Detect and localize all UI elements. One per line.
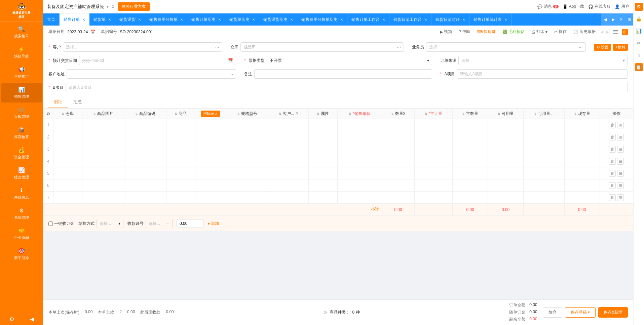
table-cell[interactable] [226, 179, 268, 192]
table-cell[interactable] [166, 167, 195, 179]
table-cell[interactable] [195, 143, 226, 155]
sidebar-item-marketing[interactable]: 📢 营销推广 [1, 63, 42, 82]
table-cell[interactable] [382, 131, 415, 143]
right-panel-btn-2[interactable]: 🔒 [635, 15, 643, 23]
table-cell[interactable] [452, 179, 488, 192]
tab-close-icon[interactable]: ✕ [252, 18, 255, 22]
table-cell[interactable] [308, 167, 337, 179]
table-cell[interactable] [452, 131, 488, 143]
th-customer-code[interactable]: ⇅ 客户... ? [268, 109, 309, 119]
shortcut-btn[interactable]: ⌨ 快捷键 [475, 28, 498, 35]
tab-next-btn[interactable]: ▶ [609, 13, 617, 26]
tab-close-all-btn[interactable]: ✕ [617, 13, 625, 26]
table-cell[interactable] [564, 143, 600, 155]
table-cell[interactable] [523, 143, 564, 155]
th-qty2[interactable]: ⇅ 数量2 [382, 109, 415, 119]
table-cell[interactable] [226, 119, 268, 131]
table-cell[interactable] [414, 155, 452, 167]
tab-return[interactable]: 销货退货 ✕ [115, 13, 145, 26]
sidebar-item-purchase[interactable]: 🛒 采购管理 [1, 103, 42, 123]
sidebar-item-search[interactable]: 🔍 搜索菜单 [1, 23, 42, 42]
scan-btn[interactable]: 扫码录入 [201, 111, 220, 117]
tab-detail[interactable]: 明细 [48, 96, 68, 108]
table-cell[interactable] [488, 131, 523, 143]
th-attr[interactable]: ⇅ 属性 [308, 109, 337, 119]
table-cell[interactable] [488, 143, 523, 155]
table-cell[interactable] [337, 179, 382, 192]
table-cell[interactable] [166, 192, 195, 204]
tab-summary-table[interactable]: 汇总 [68, 96, 87, 108]
table-cell[interactable] [308, 131, 337, 143]
delete-row-btn[interactable]: 🗑 [609, 170, 616, 177]
copy-row-btn[interactable]: ⊞ [617, 170, 624, 177]
table-cell[interactable] [53, 179, 82, 192]
delete-row-btn[interactable]: 🗑 [609, 182, 616, 189]
save-draft-btn[interactable]: 保存草稿 ▾ [565, 307, 596, 318]
copy-row-btn[interactable]: ⊞ [617, 122, 624, 128]
tab-sales-order[interactable]: 销售订单 ✕ [60, 13, 89, 26]
account-input[interactable]: 选择... ··· [146, 219, 173, 228]
right-panel-btn-5[interactable]: ☆ [635, 51, 643, 59]
tab-close-icon[interactable]: ✕ [424, 18, 427, 22]
table-cell[interactable] [166, 143, 195, 155]
sidebar-item-collab[interactable]: 🤝 企业协同 [1, 224, 42, 244]
table-cell[interactable] [382, 167, 415, 179]
table-cell[interactable] [382, 119, 415, 131]
tab-close-icon[interactable]: ✕ [504, 18, 507, 22]
th-available2[interactable]: ⇅ 可用量... [523, 109, 564, 119]
tab-sales-history[interactable]: 销货单历史 ✕ [225, 13, 259, 26]
table-cell[interactable] [382, 179, 415, 192]
table-cell[interactable] [82, 155, 124, 167]
discard-btn[interactable]: 放弃 [543, 307, 562, 318]
sidebar-item-basic[interactable]: ℹ 基础信息 [1, 184, 42, 203]
grid-view-btn[interactable]: ⊞ [622, 29, 628, 35]
table-cell[interactable] [414, 143, 452, 155]
warehouse-input[interactable]: 成品库 ··· [240, 42, 404, 52]
table-cell[interactable] [166, 131, 195, 143]
tab-history[interactable]: 销售订单历史 ✕ [187, 13, 225, 26]
table-cell[interactable] [564, 155, 600, 167]
settings-btn[interactable]: ⚙ [9, 316, 14, 322]
table-cell[interactable] [308, 192, 337, 204]
table-cell[interactable] [268, 179, 309, 192]
table-cell[interactable] [53, 131, 82, 143]
th-settings[interactable]: ⚙ [43, 109, 53, 119]
user-btn[interactable]: 👤 用户 [615, 4, 629, 9]
delete-row-btn[interactable]: 🗑 [609, 134, 616, 140]
table-cell[interactable] [226, 192, 268, 204]
save-new-btn[interactable]: 保存&新增 [598, 307, 628, 318]
table-cell[interactable] [268, 143, 309, 155]
tab-return-history[interactable]: 销货退货历史 ✕ [259, 13, 297, 26]
print-btn[interactable]: 🖨 打印 ▾ [529, 28, 550, 35]
table-cell[interactable] [523, 179, 564, 192]
copy-row-btn[interactable]: ⊞ [617, 194, 624, 201]
th-warehouse[interactable]: ⇅ 仓库 [53, 109, 82, 119]
online-service-btn[interactable]: 🎧 在线客服 [588, 4, 611, 9]
tab-fee-history[interactable]: 销售费用分摊单历史 ✕ [297, 13, 347, 26]
table-cell[interactable] [53, 167, 82, 179]
help-btn[interactable]: ? 帮助 [457, 28, 472, 35]
table-cell[interactable] [82, 119, 124, 131]
table-cell[interactable] [452, 143, 488, 155]
table-cell[interactable] [452, 155, 488, 167]
table-cell[interactable] [226, 131, 268, 143]
table-cell[interactable] [564, 131, 600, 143]
tab-reconciliation[interactable]: 钱货日清对账 ✕ [431, 13, 469, 26]
tab-close-icon[interactable]: ✕ [108, 18, 111, 22]
table-cell[interactable] [523, 131, 564, 143]
sidebar-item-finance[interactable]: 💰 资金管理 [1, 144, 42, 163]
table-cell[interactable] [195, 155, 226, 167]
tab-prev-btn[interactable]: ◀ [601, 13, 609, 26]
table-cell[interactable] [452, 167, 488, 179]
a-project-input[interactable]: 请输入A项目 [457, 69, 628, 79]
right-panel-btn-3[interactable]: 📊 [635, 27, 643, 35]
table-cell[interactable] [488, 179, 523, 192]
table-cell[interactable] [414, 192, 452, 204]
table-cell[interactable] [564, 167, 600, 179]
table-cell[interactable] [166, 119, 195, 131]
tab-close-icon[interactable]: ✕ [82, 18, 85, 22]
sidebar-item-operations[interactable]: 📈 经营管理 [1, 164, 42, 183]
calendar-icon[interactable]: 📅 [90, 30, 96, 34]
sidebar-item-inventory[interactable]: 📦 库存核算 [1, 123, 42, 143]
order-source-input[interactable]: 选择... ▾ [458, 56, 628, 65]
